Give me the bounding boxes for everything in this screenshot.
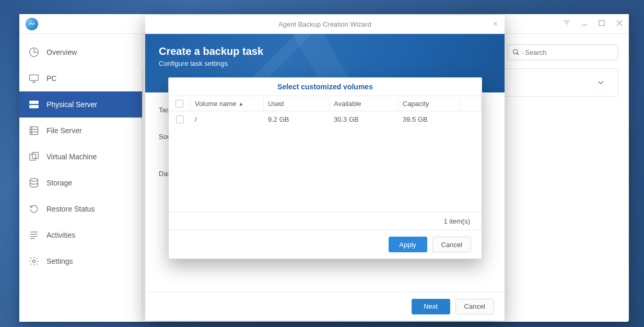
svg-rect-7 <box>30 154 36 160</box>
sidebar: Overview PC Physical Server File Server … <box>19 34 143 322</box>
activities-icon <box>29 230 39 240</box>
sidebar-item-label: Physical Server <box>46 100 97 109</box>
svg-point-11 <box>513 50 518 54</box>
wizard-footer: Next Cancel <box>145 291 505 321</box>
sidebar-item-label: File Server <box>46 126 82 135</box>
volume-picker-footer: Apply Cancel <box>169 230 482 259</box>
minimize-icon[interactable] <box>581 20 588 28</box>
select-all-checkbox[interactable] <box>175 100 183 108</box>
next-button[interactable]: Next <box>412 299 450 314</box>
svg-point-4 <box>31 102 32 103</box>
volume-cancel-button[interactable]: Cancel <box>432 237 471 252</box>
col-available[interactable]: Available <box>330 96 399 111</box>
restore-icon <box>29 204 39 214</box>
svg-rect-8 <box>32 153 39 159</box>
wizard-close-icon[interactable]: ✕ <box>493 20 498 28</box>
maximize-icon[interactable] <box>599 20 605 28</box>
volume-item-count: 1 item(s) <box>169 212 482 230</box>
sidebar-item-label: Overview <box>46 48 77 56</box>
gear-icon <box>29 256 39 266</box>
sidebar-item-label: Virtual Machine <box>46 153 97 161</box>
svg-point-5 <box>31 106 32 107</box>
cell-available: 30.3 GB <box>330 115 399 123</box>
file-server-icon <box>29 125 39 136</box>
sidebar-item-settings[interactable]: Settings <box>19 248 142 274</box>
sidebar-item-pc[interactable]: PC <box>19 65 142 91</box>
close-icon[interactable] <box>616 20 623 28</box>
volume-picker-title: Select customized volumes <box>169 78 482 96</box>
wizard-subheading: Configure task settings <box>159 60 491 67</box>
server-icon <box>29 99 39 110</box>
volume-picker-dialog: Select customized volumes Volume name▲ U… <box>168 77 482 259</box>
wizard-heading: Create a backup task <box>159 45 491 57</box>
sidebar-item-restore-status[interactable]: Restore Status <box>19 196 142 222</box>
sidebar-item-label: Settings <box>46 257 73 265</box>
wizard-title-text: Agent Backup Creation Wizard <box>278 20 371 28</box>
sidebar-item-label: PC <box>46 74 56 83</box>
sidebar-item-overview[interactable]: Overview <box>19 39 142 65</box>
search-input[interactable] <box>525 49 614 56</box>
sidebar-item-activities[interactable]: Activities <box>19 222 142 248</box>
wizard-title: Agent Backup Creation Wizard ✕ <box>145 15 505 34</box>
app-logo-icon <box>26 18 38 30</box>
svg-rect-1 <box>30 75 39 80</box>
sidebar-item-label: Storage <box>46 179 72 187</box>
volume-table-body: / 9.2 GB 30.3 GB 39.5 GB <box>169 111 482 212</box>
col-volume-name[interactable]: Volume name▲ <box>191 96 264 111</box>
row-checkbox[interactable] <box>176 115 184 123</box>
chevron-down-icon <box>596 78 605 87</box>
svg-rect-0 <box>599 20 604 26</box>
col-used[interactable]: Used <box>264 96 330 111</box>
svg-rect-6 <box>30 127 38 135</box>
svg-point-9 <box>30 179 38 181</box>
window-controls <box>554 20 623 28</box>
search-box[interactable]: - <box>508 44 618 60</box>
col-capacity[interactable]: Capacity <box>399 96 460 111</box>
sidebar-item-virtual-machine[interactable]: Virtual Machine <box>19 144 142 170</box>
table-row[interactable]: / 9.2 GB 30.3 GB 39.5 GB <box>169 111 482 127</box>
storage-icon <box>29 178 39 188</box>
overview-icon <box>29 47 39 57</box>
sort-asc-icon: ▲ <box>239 101 244 107</box>
sidebar-item-label: Activities <box>46 231 75 239</box>
search-icon <box>512 49 520 56</box>
pc-icon <box>29 73 39 84</box>
apply-button[interactable]: Apply <box>389 237 427 252</box>
vm-icon <box>29 151 39 162</box>
wizard-cancel-button[interactable]: Cancel <box>455 299 494 314</box>
volume-table-header: Volume name▲ Used Available Capacity <box>169 96 482 111</box>
sidebar-item-label: Restore Status <box>46 205 95 213</box>
cell-capacity: 39.5 GB <box>399 115 460 123</box>
svg-point-10 <box>33 260 36 263</box>
sidebar-item-file-server[interactable]: File Server <box>19 118 142 144</box>
sidebar-item-storage[interactable]: Storage <box>19 170 142 196</box>
filter-icon[interactable] <box>564 20 570 28</box>
sidebar-item-physical-server[interactable]: Physical Server <box>19 91 142 118</box>
cell-name: / <box>191 115 264 123</box>
cell-used: 9.2 GB <box>264 115 330 123</box>
